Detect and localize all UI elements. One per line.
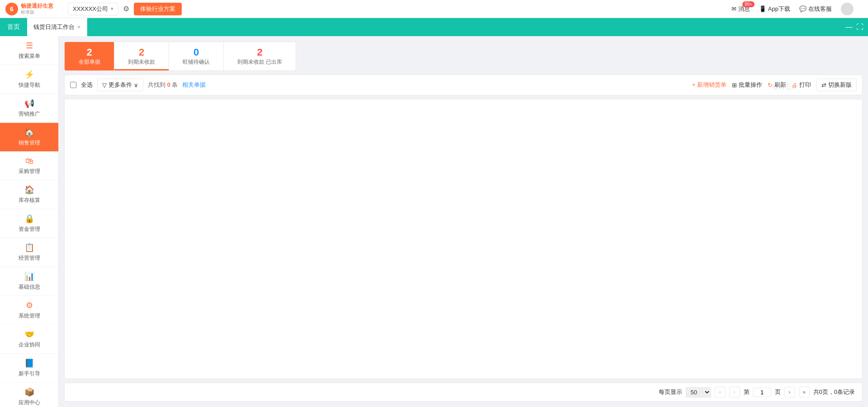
sidebar-item-system[interactable]: ⚙ 系统管理	[0, 296, 58, 325]
filter-button[interactable]: ▽ 更多条件 ∨	[97, 79, 143, 91]
next-page-button[interactable]: ›	[784, 387, 795, 398]
tab-indicator	[114, 69, 169, 70]
sidebar-item-purchase[interactable]: 🛍 采购管理	[0, 152, 58, 180]
sidebar-item-quick-nav[interactable]: ⚡ 快捷导航	[0, 65, 58, 94]
sidebar-label-system: 系统管理	[19, 312, 40, 320]
sidebar-item-inventory[interactable]: 🏠 库存核算	[0, 180, 58, 209]
stat-label-overdue: 到期未收款	[128, 58, 155, 66]
service-icon: 💬	[799, 5, 807, 12]
sidebar-label-marketing: 营销推广	[19, 110, 40, 118]
top-right-actions: ✉ 消息 99+ 📱 App下载 💬 在线客服	[731, 3, 863, 15]
stat-label-pending: 旺辅待确认	[183, 58, 210, 66]
tab-home[interactable]: 首页	[0, 18, 27, 36]
found-text: 共找到 0 条	[148, 81, 178, 89]
trial-button[interactable]: 体验行业方案	[134, 3, 182, 15]
sidebar-label-app-center: 应用中心	[19, 399, 40, 407]
sidebar-item-guide[interactable]: 📘 新手引导	[0, 354, 58, 383]
table-area	[64, 99, 863, 379]
sidebar-label-finance: 资金管理	[19, 225, 40, 233]
total-records: 共0页，0条记录	[813, 388, 855, 396]
sidebar-label-search-menu: 搜索菜单	[19, 52, 40, 60]
sidebar-label-sales: 销售管理	[19, 139, 40, 147]
stat-tab-all[interactable]: 2 全部单据	[65, 42, 114, 70]
switch-icon: ⇄	[821, 82, 826, 89]
message-icon: ✉	[731, 5, 736, 12]
toolbar-left: 全选 ▽ 更多条件 ∨ 共找到 0 条 相关单据	[70, 79, 688, 91]
stat-tab-pending[interactable]: 0 旺辅待确认	[169, 42, 224, 70]
company-name: XXXXXX公司	[73, 5, 108, 13]
app-logo: 6	[5, 3, 18, 15]
refresh-icon: ↻	[768, 82, 773, 89]
marketing-icon: 📢	[24, 98, 34, 108]
first-page-button[interactable]: «	[715, 387, 726, 398]
sidebar-item-app-center[interactable]: 📦 应用中心	[0, 383, 58, 407]
prev-page-button[interactable]: ‹	[729, 387, 740, 398]
refresh-label: 刷新	[774, 81, 786, 89]
app-center-icon: 📦	[24, 387, 34, 397]
stat-count-unshipped: 2	[257, 47, 263, 58]
sidebar-label-purchase: 采购管理	[19, 168, 40, 175]
close-icon[interactable]: ×	[77, 24, 80, 30]
sidebar-label-inventory: 库存核算	[19, 196, 40, 204]
print-button[interactable]: 🖨 打印	[792, 81, 811, 89]
search-menu-icon: ☰	[26, 41, 33, 51]
batch-icon: ⊞	[732, 82, 737, 89]
toolbar: 全选 ▽ 更多条件 ∨ 共找到 0 条 相关单据 + 新增销货单 ⊞ 批量操作	[64, 75, 863, 95]
switch-label: 切换新版	[828, 81, 852, 89]
chevron-down-icon: ∨	[134, 82, 138, 89]
online-service-button[interactable]: 💬 在线客服	[799, 5, 832, 13]
select-all-label: 全选	[81, 81, 93, 89]
settings-button[interactable]: ⚙	[123, 5, 129, 13]
stat-tab-unshipped[interactable]: 2 到期未收款 已出库	[224, 42, 296, 70]
sidebar-item-finance[interactable]: 🔒 资金管理	[0, 209, 58, 238]
sidebar-item-marketing[interactable]: 📢 营销推广	[0, 94, 58, 123]
new-sales-order-button[interactable]: + 新增销货单	[692, 81, 726, 89]
guide-icon: 📘	[24, 358, 34, 368]
messages-badge: 99+	[742, 1, 755, 7]
last-page-button[interactable]: »	[799, 387, 810, 398]
sidebar-label-quick-nav: 快捷导航	[19, 81, 40, 89]
sidebar-item-search-menu[interactable]: ☰ 搜索菜单	[0, 36, 58, 65]
tab-bar: 首页 钱货日清工作台 × — ⛶	[0, 18, 868, 36]
tab-bar-actions: — ⛶	[845, 23, 868, 31]
main-layout: ☰ 搜索菜单 ⚡ 快捷导航 📢 营销推广 🏠 销售管理 🛍 采购管理 🏠 库存核…	[0, 36, 868, 407]
content-area: 2 全部单据 2 到期未收款 0 旺辅待确认 2 到期未收款 已出库 全选	[59, 36, 868, 407]
sidebar-item-sales[interactable]: 🏠 销售管理	[0, 123, 58, 152]
print-icon: 🖨	[792, 82, 797, 89]
gear-icon: ⚙	[123, 5, 129, 13]
tab-active[interactable]: 钱货日清工作台 ×	[27, 18, 87, 36]
switch-version-button[interactable]: ⇄ 切换新版	[816, 79, 857, 91]
filter-label: 更多条件	[108, 81, 132, 89]
inventory-icon: 🏠	[24, 185, 34, 195]
print-label: 打印	[799, 81, 811, 89]
quick-nav-icon: ⚡	[24, 70, 34, 80]
page-suffix: 页	[775, 388, 781, 396]
sidebar-item-enterprise[interactable]: 🤝 企业协同	[0, 325, 58, 354]
app-download-button[interactable]: 📱 App下载	[759, 5, 790, 13]
online-service-label: 在线客服	[808, 5, 832, 13]
sidebar-label-enterprise: 企业协同	[19, 341, 40, 349]
download-icon: 📱	[759, 5, 766, 12]
tab-label: 钱货日清工作台	[33, 23, 75, 31]
sidebar-item-basic-info[interactable]: 📊 基础信息	[0, 267, 58, 296]
related-records-link[interactable]: 相关单据	[182, 81, 206, 89]
toolbar-right: + 新增销货单 ⊞ 批量操作 ↻ 刷新 🖨 打印 ⇄ 切换新版	[692, 79, 857, 91]
stat-tab-overdue[interactable]: 2 到期未收款	[114, 42, 169, 70]
page-size-select[interactable]: 50 10 20 100	[686, 387, 711, 398]
sidebar-label-operations: 经营管理	[19, 254, 40, 262]
select-all-checkbox[interactable]	[70, 82, 76, 88]
purchase-icon: 🛍	[25, 156, 33, 166]
maximize-button[interactable]: ⛶	[856, 23, 863, 31]
avatar[interactable]	[841, 3, 854, 15]
company-selector[interactable]: XXXXXX公司 ▾	[68, 3, 118, 15]
batch-label: 批量操作	[739, 81, 762, 89]
page-number-input[interactable]	[753, 388, 771, 397]
refresh-button[interactable]: ↻ 刷新	[768, 81, 786, 89]
sidebar-item-operations[interactable]: 📋 经营管理	[0, 238, 58, 267]
app-name: 畅捷通好生意 标准版	[21, 3, 53, 14]
page-prefix: 第	[744, 388, 750, 396]
batch-operation-button[interactable]: ⊞ 批量操作	[732, 81, 762, 89]
minimize-button[interactable]: —	[845, 23, 853, 31]
messages-button[interactable]: ✉ 消息 99+	[731, 5, 750, 13]
chevron-down-icon: ▾	[111, 6, 113, 12]
